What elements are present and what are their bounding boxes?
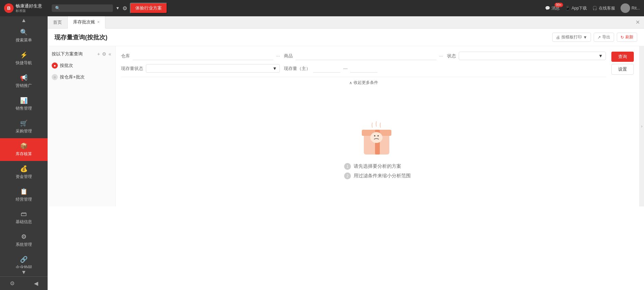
sidebar-scroll-down[interactable]: ▼ — [0, 268, 48, 276]
query-button[interactable]: 查询 — [611, 52, 634, 62]
empty-illustration — [357, 115, 398, 156]
username: Rit... — [631, 6, 640, 11]
right-panel[interactable]: › — [639, 46, 644, 206]
search-icon: 🔍 — [20, 29, 28, 36]
add-scheme-icon[interactable]: + — [97, 51, 100, 57]
sidebar-item-label: 搜索菜单 — [16, 37, 32, 43]
collapse-arrow-icon: ∧ — [349, 80, 352, 85]
warehouse-more-btn[interactable]: ··· — [276, 53, 280, 58]
settings-button[interactable]: 设置 — [611, 64, 634, 75]
trial-button[interactable]: 体验行业方案 — [130, 3, 167, 14]
sidebar-item-system[interactable]: ⚙ 系统管理 — [0, 229, 48, 252]
stock-qty-max-input[interactable] — [350, 65, 377, 73]
sidebar-item-label: 快捷导航 — [16, 60, 32, 66]
stock-qty-dash: — — [343, 66, 348, 71]
settings-icon: ⚙ — [21, 233, 27, 240]
app-download-btn[interactable]: 📱 App下载 — [565, 5, 587, 11]
scheme-option-batch[interactable]: ● 按批次 — [48, 60, 115, 71]
sidebar-item-sales[interactable]: 📊 销售管理 — [0, 93, 48, 115]
sidebar-item-basic[interactable]: 🗃 基础信息 — [0, 206, 48, 229]
filter-actions-col: 查询 设置 — [611, 52, 634, 88]
sidebar-item-business[interactable]: 📋 经营管理 — [0, 184, 48, 206]
dropdown-arrow[interactable]: ▼ — [116, 6, 120, 11]
sidebar-item-enterprise[interactable]: 🔗 企业协同 — [0, 252, 48, 268]
chart-icon: 📊 — [20, 97, 28, 104]
sidebar-item-search[interactable]: 🔍 搜索菜单 — [0, 24, 48, 47]
sidebar-item-label: 经营管理 — [16, 197, 32, 202]
sidebar-item-label: 库存核算 — [16, 151, 32, 157]
topbar-center: 🔍 ▼ ⚙ 体验行业方案 — [52, 3, 545, 14]
sidebar-item-finance[interactable]: 💰 资金管理 — [0, 161, 48, 184]
avatar-img — [621, 3, 630, 13]
collapse-sidebar-icon[interactable]: ◀ — [34, 280, 38, 287]
app-download-label: App下载 — [572, 5, 587, 11]
sidebar-item-quick-nav[interactable]: ⚡ 快捷导航 — [0, 47, 48, 70]
search-menu[interactable]: 🔍 — [52, 4, 113, 12]
collapse-scheme-icon[interactable]: « — [108, 51, 111, 57]
product-more-btn[interactable]: ··· — [439, 53, 443, 58]
refresh-btn[interactable]: ↻ 刷新 — [617, 33, 637, 42]
sidebar-item-label: 营销推广 — [16, 83, 32, 89]
online-service-btn[interactable]: 🎧 在线客服 — [592, 5, 615, 11]
message-btn[interactable]: 💬 消息 99+ — [545, 5, 560, 11]
print-dropdown-icon: ▼ — [583, 35, 587, 40]
tab-home[interactable]: 首页 — [48, 16, 68, 29]
sidebar-bottom: ⚙ ◀ — [0, 276, 48, 290]
chevron-down-icon: ▼ — [272, 66, 277, 71]
tab-batch-account-label: 库存批次账 — [73, 19, 95, 25]
user-avatar[interactable]: Rit... — [621, 3, 640, 13]
sidebar-scroll: 🔍 搜索菜单 ⚡ 快捷导航 📢 营销推广 📊 销售管理 🛒 采购管理 📦 — [0, 24, 48, 268]
message-icon: 💬 — [545, 6, 550, 11]
stock-qty-filter-group: 现存量（主） — — [284, 65, 443, 73]
product-filter-group: 商品 ··· — [284, 52, 443, 60]
topbar: B 畅康通好生意 标准版 🔍 ▼ ⚙ 体验行业方案 💬 消息 99+ 📱 App… — [0, 0, 644, 16]
logo-icon: B — [4, 3, 14, 13]
sidebar-item-inventory[interactable]: 📦 库存核算 — [0, 138, 48, 161]
empty-steps: 1 请先选择要分析的方案 2 用过滤条件来缩小分析范围 — [344, 163, 411, 179]
batch-scheme-icon: ● — [52, 62, 58, 69]
tabs-bar: 首页 库存批次账 × ✕ — [48, 16, 644, 29]
print-label: 按模板打印 — [561, 34, 582, 40]
sidebar-item-label: 企业协同 — [16, 265, 32, 268]
warehouse-batch-scheme-label: 按仓库+批次 — [60, 74, 85, 80]
print-btn[interactable]: 🖨 按模板打印 ▼ — [552, 33, 591, 42]
sidebar-item-purchase[interactable]: 🛒 采购管理 — [0, 115, 48, 138]
search-icon: 🔍 — [55, 6, 60, 11]
svg-point-3 — [370, 132, 383, 143]
sidebar-item-label: 销售管理 — [16, 106, 32, 111]
content-area: 首页 库存批次账 × ✕ 现存量查询(按批次) 🖨 按模板打印 ▼ — [48, 16, 644, 290]
settings-bottom-icon[interactable]: ⚙ — [10, 280, 15, 287]
sidebar-scroll-up[interactable]: ▲ — [0, 16, 48, 24]
warehouse-filter-group: 仓库 ··· — [121, 52, 280, 60]
tab-close-icon[interactable]: × — [97, 20, 100, 24]
stock-status-label: 现存量状态 — [121, 66, 143, 72]
filter-scheme-panel: 按以下方案查询 + ⚙ « ● 按批次 ○ 按仓库+批次 — [48, 46, 116, 206]
scheme-settings-icon[interactable]: ⚙ — [102, 51, 106, 57]
gear-icon[interactable]: ⚙ — [122, 5, 127, 12]
filter-scheme-header: 按以下方案查询 + ⚙ « — [48, 50, 115, 60]
tab-batch-account[interactable]: 库存批次账 × — [68, 16, 105, 29]
empty-state: 1 请先选择要分析的方案 2 用过滤条件来缩小分析范围 — [116, 88, 639, 206]
export-btn[interactable]: ↗ 导出 — [594, 33, 614, 42]
close-panel-btn[interactable]: ✕ — [635, 19, 640, 25]
tab-home-label: 首页 — [53, 19, 62, 25]
refresh-label: 刷新 — [625, 34, 633, 40]
sidebar-item-label: 资金管理 — [16, 174, 32, 180]
money-icon: 💰 — [20, 165, 28, 173]
topbar-right: 💬 消息 99+ 📱 App下载 🎧 在线客服 Rit... — [545, 3, 640, 13]
collapse-more-btn[interactable]: ∧ 收起更多条件 — [121, 77, 606, 88]
warehouse-input[interactable] — [133, 52, 273, 60]
status-label: 状态 — [447, 53, 456, 59]
service-icon: 🎧 — [592, 6, 597, 11]
step-num-2: 2 — [344, 173, 351, 179]
status-select[interactable]: ▼ — [459, 52, 606, 60]
page-actions: 🖨 按模板打印 ▼ ↗ 导出 ↻ 刷新 — [552, 33, 637, 42]
sidebar-item-marketing[interactable]: 📢 营销推广 — [0, 70, 48, 93]
stock-qty-min-input[interactable] — [313, 65, 340, 73]
refresh-icon: ↻ — [621, 35, 624, 40]
stock-status-filter-group: 现存量状态 ▼ — [121, 64, 280, 73]
warehouse-label: 仓库 — [121, 53, 130, 59]
stock-status-select[interactable]: ▼ — [146, 64, 280, 73]
product-input[interactable] — [295, 52, 436, 60]
scheme-option-warehouse-batch[interactable]: ○ 按仓库+批次 — [48, 71, 115, 83]
